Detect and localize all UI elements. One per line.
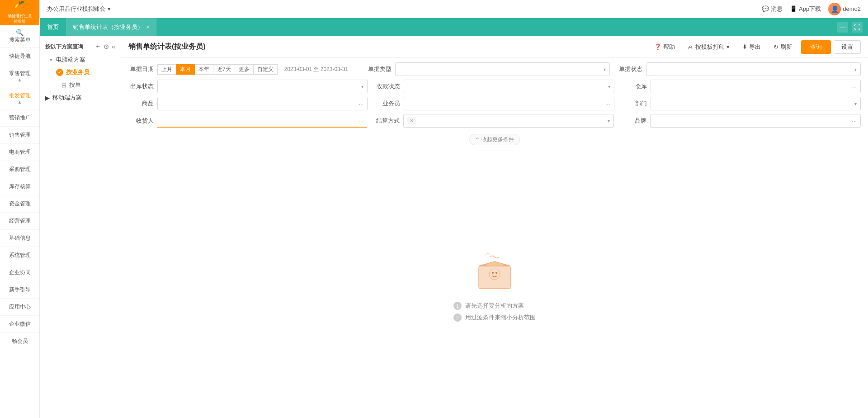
sidebar-item-inventory[interactable]: 库存核算 [0,178,39,195]
tab-bar: 首页 销售单统计表（按业务员） × — ⛶ [40,18,868,36]
hint-text-2: 用过滤条件来缩小分析范围 [465,314,536,322]
filter-row-2: 出库状态 ▾ 收款状态 ▾ 仓库 ··· [128,80,861,93]
settlement-field[interactable]: × ▾ [403,114,614,128]
user-avatar-area[interactable]: 👤 demo2 [828,3,861,15]
empty-hint-1: 1 请先选择要分析的方案 [453,302,536,310]
salesperson-field[interactable]: ··· [404,97,614,110]
date-tabs-group: 上月 本月 本年 近7天 更多 自定义 [157,64,277,75]
query-btn[interactable]: 查询 [801,40,831,54]
search-label: 搜索菜单 [3,36,37,44]
goods-label: 商品 [128,100,154,108]
tree-mobile-section[interactable]: ▶ 移动端方案 [40,91,121,104]
goods-dots: ··· [359,100,363,107]
sidebar-item-appcenter[interactable]: 应用中心 [0,299,39,316]
message-btn[interactable]: 💬 消息 [762,5,783,13]
sidebar-item-marketing[interactable]: 营销推广 [0,109,39,127]
order-icon: ⊞ [61,82,66,89]
tab-close-icon[interactable]: × [146,24,150,30]
tree-salesperson-item[interactable]: ✓ 按业务员 [40,66,121,79]
date-tab-this-year[interactable]: 本年 [194,64,213,75]
tree-salesperson-label: 按业务员 [66,68,90,76]
order-status-field[interactable]: ▾ [646,62,861,76]
empty-illustration-wrap [467,248,522,302]
svg-point-6 [495,272,497,274]
sidebar-search[interactable]: 🔍 搜索菜单 [0,25,39,48]
sidebar-item-ecommerce[interactable]: 电商管理 [0,144,39,161]
date-tab-more[interactable]: 更多 [235,64,254,75]
date-tab-last-month[interactable]: 上月 [157,64,176,75]
tree-pc-section[interactable]: ▼ 电脑端方案 [40,53,121,66]
order-type-label: 单据类型 [366,65,392,73]
settings-btn[interactable]: 设置 [834,40,861,54]
tree-order-label: 按单 [69,81,81,89]
brand-field[interactable]: ··· [650,114,861,128]
date-tab-this-month[interactable]: 本月 [176,64,195,75]
breadcrumb-arrow-icon: ▾ [108,5,111,12]
sidebar-item-wechat[interactable]: 企业微信 [0,316,39,333]
user-avatar: 👤 [828,3,841,15]
payment-field[interactable]: ▾ [404,80,614,93]
page-title-bar: 销售单统计表(按业务员) ❓ 帮助 🖨 按模板打印 ▾ ⬇ [121,36,868,58]
app-logo[interactable]: 🍊 畅捷通好生意 标板版 [0,0,40,25]
collapse-panel-btn[interactable]: « [112,43,115,50]
collapse-label: 收起更多条件 [481,136,514,143]
sidebar-item-member[interactable]: 畅会员 [0,333,39,350]
sidebar-item-enterprise[interactable]: 企业协同 [0,264,39,281]
export-label: 导出 [749,43,761,51]
sidebar-item-newbie[interactable]: 新手引导 [0,281,39,299]
order-status-label: 单据状态 [617,65,642,73]
tree-order-item[interactable]: ⊞ 按单 [40,79,121,91]
tab-bar-right: — ⛶ [837,22,868,33]
payment-label: 收款状态 [375,82,400,90]
department-field[interactable]: ▾ [651,97,861,110]
tab-active[interactable]: 销售单统计表（按业务员） × [66,18,156,36]
breadcrumb-dropdown[interactable]: 办公用品行业模拟账套 ▾ [47,5,111,13]
sidebar-item-purchase[interactable]: 采购管理 [0,161,39,178]
receiver-field[interactable]: ··· [157,114,367,128]
sidebar-item-wholesale[interactable]: 批发管理 ▲ [0,87,39,109]
tab-active-label: 销售单统计表（按业务员） [73,23,143,31]
sidebar-item-retail[interactable]: 零售管理 ▲ [0,65,39,87]
payment-arrow: ▾ [608,84,610,89]
tab-maximize-btn[interactable]: ⛶ [852,22,863,33]
receiver-dots: ··· [359,117,363,124]
order-type-field[interactable]: ▾ [395,62,610,76]
help-icon: ❓ [654,43,661,50]
goods-field[interactable]: ··· [157,97,368,110]
page-title: 销售单统计表(按业务员) [128,42,206,52]
sidebar-item-operations[interactable]: 经营管理 [0,213,39,230]
edit-scheme-btn[interactable]: ⊙ [104,43,109,50]
sidebar-item-system[interactable]: 系统管理 [0,247,39,264]
active-dot: ✓ [56,69,63,76]
app-download-btn[interactable]: 📱 App下载 [790,5,821,13]
sidebar-item-sales[interactable]: 销售管理 [0,127,39,144]
sidebar-item-basic[interactable]: 基础信息 [0,230,39,247]
sidebar-item-quick-nav[interactable]: 快捷导航 [0,48,39,65]
template-print-btn[interactable]: 🖨 按模板打印 ▾ [684,41,733,53]
export-btn[interactable]: ⬇ 导出 [739,41,764,53]
message-label: 消息 [771,5,783,13]
template-print-arrow: ▾ [726,43,730,50]
settlement-arrow: ▾ [608,119,610,124]
query-action-area: 查询 设置 [801,40,861,54]
date-range-text: 2023-03-01 至 2023-03-31 [284,66,348,73]
date-tab-7days[interactable]: 近7天 [213,64,235,75]
empty-hint-2: 2 用过滤条件来缩小分析范围 [453,314,536,322]
settlement-x-btn[interactable]: × [410,118,413,124]
date-label: 单据日期 [128,65,154,73]
hint-num-2: 2 [453,314,462,322]
settlement-tag: × [407,117,416,124]
tree-mobile-collapse-icon: ▶ [45,95,50,101]
sidebar-item-finance[interactable]: 资金管理 [0,195,39,213]
add-scheme-btn[interactable]: ＋ [94,43,101,51]
warehouse-field[interactable]: ··· [651,80,861,93]
refresh-btn[interactable]: ↻ 刷新 [770,41,796,53]
collapse-btn[interactable]: ⌃ 收起更多条件 [469,134,520,145]
help-btn[interactable]: ❓ 帮助 [651,41,679,53]
date-tab-custom[interactable]: 自定义 [253,64,278,75]
outbound-field[interactable]: ▾ [157,80,368,93]
tab-minimize-btn[interactable]: — [837,22,848,33]
warehouse-label: 仓库 [622,82,647,90]
template-print-label: 按模板打印 [695,43,725,51]
tab-home[interactable]: 首页 [40,18,66,36]
